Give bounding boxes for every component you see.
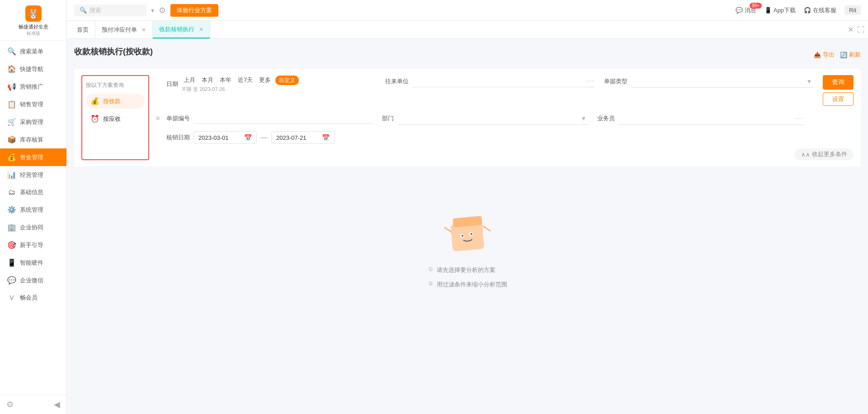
tab-prepay[interactable]: 预付冲应付单 ✕ (95, 21, 153, 38)
last-month-btn[interactable]: 上月 (182, 75, 197, 85)
verify-date-label: 核销日期 (166, 133, 190, 142)
sidebar-item-inventory[interactable]: 📦 库存核算 (0, 131, 66, 148)
home-icon: 🏠 (7, 65, 16, 73)
sidebar-item-label: 采购管理 (20, 118, 43, 126)
export-icon: 📤 (814, 52, 821, 58)
gear-icon[interactable]: ⚙ (159, 5, 166, 15)
close-all-icon[interactable]: ✕ (848, 25, 854, 34)
service-label: 在线客服 (813, 6, 836, 14)
custom-btn[interactable]: 自定义 (275, 76, 299, 85)
date-label: 日期 (166, 80, 178, 88)
sidebar-item-label: 销售管理 (20, 100, 43, 109)
sidebar-item-purchase[interactable]: 🛒 采购管理 (0, 113, 66, 131)
collapse-sidebar-icon[interactable]: ◀ (54, 400, 60, 409)
main-content: 🔍 搜索 ▾ ⚙ 体验行业方案 💬 消息 99+ 📱 App下载 🎧 在线客服 … (67, 0, 868, 414)
sidebar-item-member[interactable]: V 畅会员 (0, 289, 66, 306)
tab-collection-close-icon[interactable]: ✕ (199, 26, 203, 33)
staff-dots[interactable]: ··· (795, 114, 804, 123)
more-btn[interactable]: 更多 (257, 75, 273, 85)
doc-type-select[interactable]: ▾ (631, 75, 814, 88)
calendar-icon-end: 📅 (322, 134, 330, 141)
filter-by-receivable[interactable]: ⏰ 按应收 (86, 111, 145, 126)
sidebar-item-label: 企业微信 (20, 276, 43, 285)
tab-home[interactable]: 首页 (71, 21, 95, 38)
sidebar-item-basic[interactable]: 🗂 基础信息 (0, 184, 66, 201)
wechat-icon: 💬 (7, 276, 16, 285)
sidebar-item-finance[interactable]: 💰 资金管理 (0, 148, 66, 166)
settings-icon[interactable]: ⚙ (6, 400, 14, 409)
online-service-btn[interactable]: 🎧 在线客服 (804, 6, 836, 14)
chevron-down-icon[interactable]: ▾ (151, 7, 154, 14)
page-title: 收款核销执行(按收款) (74, 46, 153, 57)
setting-button[interactable]: 设置 (823, 92, 854, 106)
sidebar-item-newbie[interactable]: 🎯 新手引导 (0, 236, 66, 254)
filter-by-collection[interactable]: 💰 按收款 (86, 94, 145, 109)
user-avatar[interactable]: Rit (844, 5, 861, 15)
refresh-icon: 🔄 (840, 52, 847, 58)
empty-hint-2: ② 用过滤条件来缩小分析范围 (428, 281, 507, 289)
tab-collection[interactable]: 收款核销执行 ✕ (153, 21, 210, 38)
enterprise-icon: 🏢 (7, 223, 16, 232)
sidebar-item-shortcut[interactable]: 🏠 快捷导航 (0, 60, 66, 78)
sidebar-item-marketing[interactable]: 📢 营销推广 (0, 78, 66, 95)
sidebar-item-operation[interactable]: 📊 经营管理 (0, 166, 66, 184)
collection-icon: 💰 (90, 97, 99, 105)
operation-icon: 📊 (7, 171, 16, 179)
sidebar-item-system[interactable]: ⚙️ 系统管理 (0, 201, 66, 219)
member-icon: V (7, 294, 16, 301)
refresh-button[interactable]: 🔄 刷新 (840, 51, 861, 59)
query-button[interactable]: 查询 (823, 75, 854, 90)
date-unlimited-text: 不限 至 2023-07-26 (182, 86, 299, 93)
dept-label: 部门 (382, 114, 394, 123)
search-icon: 🔍 (80, 7, 87, 14)
svg-line-6 (445, 228, 452, 232)
industry-btn[interactable]: 体验行业方案 (170, 4, 218, 17)
maximize-icon[interactable]: ⛶ (857, 26, 864, 34)
sidebar-item-label: 智能硬件 (20, 259, 43, 267)
refresh-label: 刷新 (849, 51, 861, 59)
doc-no-label: 单据编号 (166, 114, 190, 123)
message-badge: 99+ (750, 3, 762, 9)
this-year-btn[interactable]: 本年 (218, 75, 233, 85)
app-label: App下载 (774, 6, 796, 14)
search-box[interactable]: 🔍 搜索 (74, 5, 146, 16)
sidebar-item-enterprise[interactable]: 🏢 企业协同 (0, 219, 66, 236)
filter-collapse-icon[interactable]: » (156, 113, 160, 123)
sidebar-item-sales[interactable]: 📋 销售管理 (0, 95, 66, 113)
sidebar-item-label: 资金管理 (20, 153, 43, 162)
export-button[interactable]: 📤 导出 (814, 51, 835, 59)
doc-no-input[interactable] (193, 113, 373, 124)
sidebar-item-wechat[interactable]: 💬 企业微信 (0, 271, 66, 289)
collapse-more-btn[interactable]: ∧∧ 收起更多条件 (795, 148, 854, 160)
tabbar-actions: ✕ ⛶ (848, 25, 864, 34)
chevron-down-icon2: ▾ (582, 114, 585, 123)
dept-select[interactable]: ▾ (397, 112, 589, 125)
topbar-left: 🔍 搜索 ▾ ⚙ 体验行业方案 (74, 4, 218, 17)
calendar-icon-start: 📅 (244, 134, 252, 141)
filter-sidebar-title: 按以下方案查询 (86, 81, 145, 89)
this-month-btn[interactable]: 本月 (200, 75, 215, 85)
doc-type-label: 单据类型 (604, 77, 627, 86)
tab-prepay-close-icon[interactable]: ✕ (142, 27, 146, 33)
page-content: 收款核销执行(按收款) 📤 导出 🔄 刷新 按以下方案查询 (67, 39, 868, 414)
counterparty-dots[interactable]: ··· (586, 77, 595, 85)
filter-action-btns: 查询 设置 (823, 75, 854, 106)
message-btn[interactable]: 💬 消息 99+ (736, 6, 756, 14)
filter-sidebar: 按以下方案查询 💰 按收款 ⏰ 按应收 (81, 75, 149, 160)
verify-date-start[interactable]: 2023-03-01 📅 (193, 131, 257, 144)
receivable-icon: ⏰ (90, 114, 99, 123)
tab-home-label: 首页 (77, 26, 89, 34)
app-download-btn[interactable]: 📱 App下载 (764, 6, 796, 14)
sidebar-item-hardware[interactable]: 📱 智能硬件 (0, 254, 66, 271)
export-label: 导出 (823, 51, 835, 59)
verify-date-end[interactable]: 2023-07-21 📅 (271, 131, 335, 144)
page-container: 收款核销执行(按收款) 📤 导出 🔄 刷新 按以下方案查询 (67, 39, 868, 326)
sidebar-item-search[interactable]: 🔍 搜索菜单 (0, 43, 66, 60)
topbar: 🔍 搜索 ▾ ⚙ 体验行业方案 💬 消息 99+ 📱 App下载 🎧 在线客服 … (67, 0, 868, 21)
sidebar-item-label: 基础信息 (20, 188, 43, 196)
search-icon: 🔍 (7, 47, 16, 56)
last7-btn[interactable]: 近7天 (236, 75, 255, 85)
app-subtitle: 标准版 (27, 30, 40, 37)
sidebar-item-label: 经营管理 (20, 171, 43, 179)
filter-receivable-label: 按应收 (103, 115, 121, 123)
